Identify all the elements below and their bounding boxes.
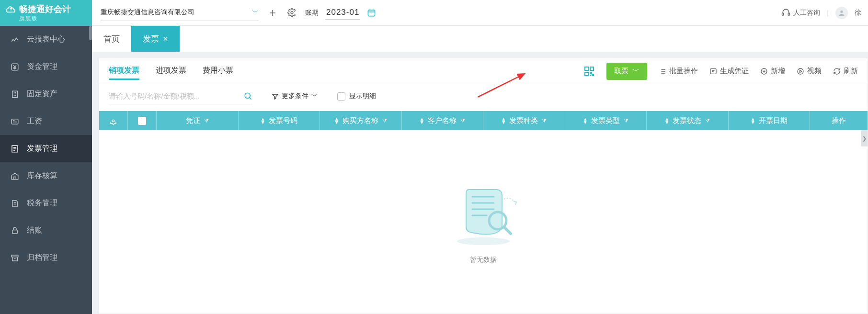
tab-invoice[interactable]: 发票 ✕ [131,26,180,52]
company-selector[interactable]: 重庆畅捷交通信息咨询有限公司 ﹀ [101,5,259,21]
sidebar-item-label: 库存核算 [27,171,57,181]
sidebar-item-label: 云报表中心 [27,34,65,45]
column-status[interactable]: ▲▼发票状态⧩ [647,111,729,130]
chevron-down-icon: ﹀ [632,67,640,76]
invoice-tab-sales[interactable]: 销项发票 [109,63,139,80]
empty-state: 暂无数据 [99,130,868,314]
gen-voucher-button[interactable]: 生成凭证 [709,67,749,76]
svg-point-19 [112,120,114,122]
column-select-all[interactable] [128,111,157,130]
search-icon[interactable] [243,91,252,101]
show-detail-checkbox[interactable]: 显示明细 [337,92,376,101]
column-customer[interactable]: ▲▼客户名称⧩ [402,111,484,130]
invoice-tab-expense[interactable]: 费用小票 [203,63,233,80]
sidebar: 云报表中心 资金管理 固定资产 工资 发票管理 库存核算 税务管理 结账 [0,26,92,314]
main-area: 首页 发票 ✕ ❯ 销项发票 进项发票 费用小票 [92,26,868,314]
sidebar-item-closing[interactable]: 结账 [0,217,92,244]
brand-logo: 畅捷通好会计 旗舰版 [0,0,92,26]
warehouse-icon [11,172,20,180]
filter-bar: 更多条件 ﹀ 显示明细 [99,84,868,108]
more-conditions-button[interactable]: 更多条件 ﹀ [272,92,318,101]
gear-icon[interactable] [287,8,297,17]
tab-label: 发票 [143,34,159,45]
refresh-button[interactable]: 刷新 [833,67,858,76]
chevron-down-icon: ﹀ [311,92,318,101]
sidebar-item-label: 资金管理 [27,62,57,72]
invoice-tab-purchase[interactable]: 进项发票 [156,63,186,80]
column-settings[interactable] [99,111,128,130]
sidebar-item-label: 工资 [27,116,42,126]
avatar[interactable] [835,7,848,19]
svg-rect-9 [12,230,18,234]
period-value[interactable]: 2023-01 [325,6,360,20]
sort-icon: ▲▼ [583,117,588,124]
sidebar-item-archive[interactable]: 归档管理 [0,244,92,271]
svg-rect-1 [368,10,375,16]
video-button[interactable]: 视频 [797,67,822,76]
user-short: 徐 [855,9,861,17]
chevron-down-icon: ﹀ [252,8,259,17]
column-kind[interactable]: ▲▼发票种类⧩ [483,111,565,130]
sidebar-item-label: 发票管理 [27,144,57,154]
archive-icon [11,254,20,262]
search-input[interactable] [109,92,243,100]
svg-point-20 [457,237,510,245]
invoice-toolbar: 销项发票 进项发票 费用小票 取票 ﹀ 批量操作 [99,58,868,84]
sidebar-item-invoice[interactable]: 发票管理 [0,135,92,162]
svg-point-4 [840,10,843,12]
svg-rect-10 [11,255,18,257]
sidebar-item-salary[interactable]: 工资 [0,108,92,135]
sort-icon: ▲▼ [261,117,265,124]
filter-icon: ⧩ [382,117,387,124]
button-label: 取票 [614,67,628,76]
svg-point-0 [291,11,293,14]
column-voucher[interactable]: 凭证⧩ [157,111,239,130]
sidebar-item-label: 固定资产 [27,89,57,99]
svg-rect-12 [590,67,594,70]
play-circle-icon [797,67,804,75]
company-name: 重庆畅捷交通信息咨询有限公司 [101,8,194,17]
qrcode-icon[interactable] [583,66,595,77]
sidebar-item-label: 结账 [27,225,42,236]
empty-text: 暂无数据 [470,256,497,264]
support-button[interactable]: 人工咨询 [781,8,820,17]
tab-home[interactable]: 首页 [92,26,131,52]
column-buyer[interactable]: ▲▼购买方名称⧩ [320,111,402,130]
brand-name: 畅捷通好会计 [19,3,71,15]
close-icon[interactable]: ✕ [163,35,168,43]
search-input-wrap [109,88,252,104]
building-icon [11,90,20,99]
svg-rect-2 [782,13,784,15]
sidebar-item-reports[interactable]: 云报表中心 [0,26,92,53]
column-date[interactable]: ▲▼开票日期 [729,111,811,130]
sidebar-item-assets[interactable]: 固定资产 [0,80,92,108]
sidebar-item-label: 税务管理 [27,198,57,208]
batch-ops-button[interactable]: 批量操作 [659,67,698,76]
calendar-icon[interactable] [367,8,376,17]
sort-icon: ▲▼ [420,117,424,124]
fetch-invoice-button[interactable]: 取票 ﹀ [606,63,647,80]
sidebar-item-inventory[interactable]: 库存核算 [0,162,92,190]
plus-icon[interactable] [268,9,277,17]
checkbox-box [337,92,345,101]
sidebar-item-funds[interactable]: 资金管理 [0,53,92,80]
sort-icon: ▲▼ [664,117,669,124]
payroll-icon [11,117,20,126]
column-ops: 操作 [810,111,868,130]
tab-label: 首页 [103,34,120,45]
column-number[interactable]: ▲▼发票号码 [239,111,320,130]
sort-icon: ▲▼ [334,117,339,124]
add-button[interactable]: 新增 [760,67,785,76]
filter-icon [272,93,279,100]
sort-icon: ▲▼ [751,117,755,124]
separator: | [827,9,829,17]
table-header: 凭证⧩ ▲▼发票号码 ▲▼购买方名称⧩ ▲▼客户名称⧩ ▲▼发票种类⧩ ▲▼发票… [99,111,868,130]
invoice-icon [11,145,20,153]
sidebar-item-tax[interactable]: 税务管理 [0,190,92,217]
sort-icon: ▲▼ [501,117,506,124]
svg-rect-11 [585,67,588,70]
brand-edition: 旗舰版 [19,15,92,22]
headset-icon [781,8,790,17]
svg-point-18 [245,93,250,98]
column-type[interactable]: ▲▼发票类型⧩ [565,111,647,130]
